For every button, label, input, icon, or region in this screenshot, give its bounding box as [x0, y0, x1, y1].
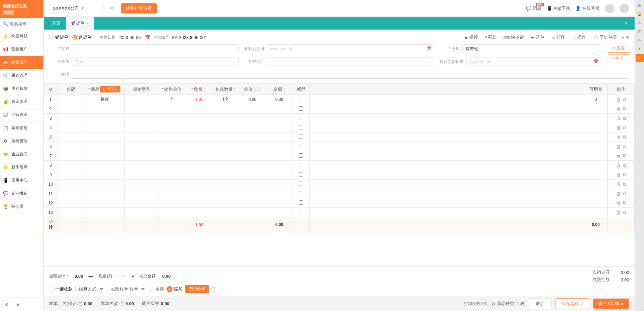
user-avatar2[interactable] — [620, 4, 629, 13]
row-unit-1[interactable]: 个 — [158, 95, 185, 104]
right-tool-7[interactable]: 🟠 — [636, 54, 644, 62]
row-pkgqty-2[interactable] — [212, 104, 239, 114]
delete-row-8-icon[interactable]: 🗑 — [616, 163, 621, 168]
save-new-button[interactable]: 保存&新增 ∨ — [593, 299, 629, 309]
settings-bottom-icon[interactable]: ⚙ — [3, 300, 11, 308]
row-price-1[interactable]: 0.00 — [239, 95, 266, 104]
sidebar-item-finance[interactable]: 💰 资金管理 — [0, 95, 43, 109]
list-view-icon[interactable]: ≡ — [621, 35, 624, 40]
copy-row-12-icon[interactable]: ⧉ — [623, 200, 626, 206]
gift-checkbox-2[interactable] — [299, 106, 303, 111]
copy-row-9-icon[interactable]: ⧉ — [623, 172, 626, 178]
delete-row-1-icon[interactable]: 🗑 — [616, 97, 621, 102]
add-payment-button[interactable]: + — [166, 286, 173, 292]
user-avatar[interactable] — [605, 4, 614, 13]
row-qty-1[interactable]: -1.00 — [185, 95, 212, 104]
radio-return[interactable]: 退货单 — [72, 34, 91, 40]
gift-checkbox-12[interactable] — [299, 200, 303, 205]
trial-button[interactable]: 体验行业方案 — [121, 3, 157, 13]
history-button[interactable]: 📄 历史单据 — [591, 34, 619, 41]
right-tool-6[interactable]: ★ — [636, 45, 644, 53]
save-draft-button[interactable]: 保存草稿 ∨ — [556, 298, 589, 309]
delete-row-6-icon[interactable]: 🗑 — [616, 144, 621, 149]
delete-row-3-icon[interactable]: 🗑 — [616, 116, 621, 121]
th-config[interactable]: ⚙ — [44, 84, 58, 95]
expense-split-button[interactable]: 费用分摊 — [185, 285, 209, 293]
owe-help-icon[interactable]: ? — [119, 301, 124, 306]
warehouse-input[interactable]: 建材仓 … — [462, 44, 601, 53]
payment-date-input[interactable]: yyyy-mm-dd 📅 — [267, 44, 434, 53]
row-price-2[interactable] — [239, 104, 266, 114]
row-qty-2[interactable] — [185, 104, 212, 114]
copy-row-1-icon[interactable]: ⧉ — [623, 96, 626, 102]
help-button[interactable]: ? 帮助 — [483, 34, 499, 41]
delete-row-11-icon[interactable]: 🗑 — [616, 191, 621, 196]
delete-row-10-icon[interactable]: 🗑 — [616, 182, 621, 187]
row-unit-2[interactable] — [158, 104, 185, 114]
gift-checkbox-11[interactable] — [299, 191, 303, 195]
payment-method-select[interactable]: 结算方式 — [75, 285, 104, 293]
row-desc-1[interactable] — [310, 95, 584, 104]
row-amount-2[interactable] — [266, 104, 293, 114]
delete-row-12-icon[interactable]: 🗑 — [616, 200, 621, 206]
row-amount-1[interactable]: 0.00 — [266, 95, 293, 104]
collapse-icon[interactable]: ◀ — [13, 300, 22, 308]
sidebar-item-basics[interactable]: 📋 基础信息 — [0, 122, 43, 135]
discount-help-icon[interactable]: ? — [121, 274, 126, 278]
gift-checkbox-1[interactable] — [299, 97, 303, 101]
sidebar-item-corpwx[interactable]: 💬 企业微信 — [0, 187, 43, 200]
row-spec-1[interactable] — [125, 95, 158, 104]
row-barcode-2[interactable] — [58, 104, 84, 114]
abandon-button[interactable]: 放弃 — [529, 298, 552, 309]
customer-input[interactable]: … — [72, 44, 239, 53]
gift-checkbox-8[interactable] — [299, 163, 303, 167]
delete-row-7-icon[interactable]: 🗑 — [616, 153, 621, 159]
row-gift-1[interactable] — [293, 95, 310, 104]
tab-close-icon[interactable]: × — [86, 21, 88, 25]
scan-button[interactable]: 扫码录入 — [100, 86, 120, 92]
delete-row-2-icon[interactable]: 🗑 — [616, 106, 621, 112]
sidebar-item-purchase[interactable]: 🛒 采购管理 — [0, 69, 43, 82]
gift-checkbox-13[interactable] — [299, 210, 303, 214]
gift-checkbox-10[interactable] — [299, 182, 303, 186]
customer-addr-input[interactable]: … — [267, 57, 434, 66]
app-download-button[interactable]: 📱 App下载 — [547, 5, 570, 11]
sidebar-item-appstore[interactable]: 📱 应用中心 — [0, 174, 43, 187]
sidebar-item-operations[interactable]: 📊 经营管理 — [0, 109, 43, 122]
delete-row-13-icon[interactable]: 🗑 — [616, 210, 621, 215]
sidebar-item-member[interactable]: 🏆 畅会员 — [0, 200, 43, 213]
right-tool-1[interactable]: ⊞ — [636, 1, 644, 9]
copy-row-3-icon[interactable]: ⧉ — [623, 115, 626, 121]
row-product-2[interactable] — [84, 104, 125, 114]
gift-checkbox-3[interactable] — [299, 116, 303, 120]
price-help-icon[interactable]: ? — [253, 87, 258, 92]
video-button[interactable]: ▶ 视频 — [463, 34, 480, 41]
row-gift-2[interactable] — [293, 104, 310, 114]
operate-button[interactable]: ⋮ 操作 — [570, 34, 588, 41]
account-dots-icon[interactable]: … — [149, 286, 153, 291]
delete-row-4-icon[interactable]: 🗑 — [616, 125, 621, 130]
expected-date-input[interactable]: yyyy-mm-dd 📅 — [466, 57, 601, 66]
row-pkgqty-1[interactable]: 1个 — [212, 95, 239, 104]
right-tool-2[interactable]: 🔒 — [636, 10, 644, 18]
right-tool-5[interactable]: ✏ — [636, 36, 644, 44]
sidebar-item-system[interactable]: ⚙ 系统管理 — [0, 135, 43, 148]
radio-sales[interactable]: 销货单 — [49, 34, 68, 40]
sidebar-item-quick-nav[interactable]: ⚡ 快捷导航 — [0, 30, 43, 43]
expense-help-icon[interactable]: ? — [212, 287, 216, 291]
gift-checkbox-5[interactable] — [299, 134, 303, 139]
copy-row-5-icon[interactable]: ⧉ — [623, 134, 626, 140]
grid-view-icon[interactable]: ⊞ — [626, 35, 629, 40]
online-service-button[interactable]: 👤 在线客服 — [575, 5, 600, 11]
copy-row-4-icon[interactable]: ⧉ — [623, 125, 626, 130]
shortcut-button[interactable]: ⌨ 快捷键 — [501, 34, 526, 41]
copy-row-6-icon[interactable]: ⧉ — [623, 144, 626, 149]
table-container[interactable]: ⚙ 条码 * 商品 扫码录入 — [44, 84, 635, 266]
row-spec-2[interactable] — [125, 104, 158, 114]
select-button[interactable]: ☰ 选单 — [529, 34, 546, 41]
settings-button[interactable]: ⚙ 设置 — [608, 44, 629, 53]
remarks-input[interactable] — [72, 70, 629, 79]
date-calendar-icon[interactable]: 📅 — [145, 35, 150, 40]
copy-row-13-icon[interactable]: ⧉ — [623, 209, 626, 215]
message-button[interactable]: 💬 消息 99+ — [526, 5, 541, 11]
